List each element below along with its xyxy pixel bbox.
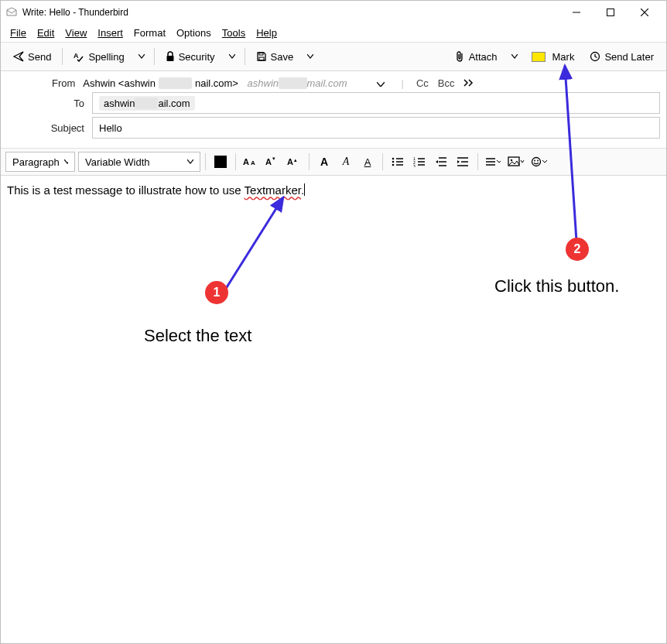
bcc-button[interactable]: Bcc [438, 77, 455, 89]
svg-text:A: A [243, 157, 249, 166]
from-label: From [7, 77, 83, 89]
cc-button[interactable]: Cc [416, 77, 429, 89]
menu-insert[interactable]: Insert [93, 26, 128, 40]
svg-text:A: A [265, 157, 272, 166]
send-later-button[interactable]: Send Later [583, 48, 660, 66]
highlight-swatch-icon [532, 52, 546, 62]
recipient-pill[interactable]: ashwinxxxxail.com [99, 96, 195, 111]
bold-button[interactable]: A [314, 152, 334, 171]
menu-format[interactable]: Format [129, 26, 170, 40]
text-cursor [304, 183, 305, 196]
menu-edit[interactable]: Edit [32, 26, 59, 40]
more-recipients-button[interactable] [463, 77, 476, 89]
save-dropdown[interactable] [303, 51, 318, 62]
svg-point-17 [392, 164, 395, 166]
bullet-list-button[interactable] [388, 152, 408, 171]
redacted: xxxxxx [159, 77, 192, 89]
separator [245, 48, 245, 65]
annotation-text-1: Select the text [144, 326, 251, 346]
menu-tools[interactable]: Tools [217, 26, 250, 40]
paragraph-style-select[interactable]: Paragraph [5, 152, 75, 172]
svg-text:▾: ▾ [272, 156, 275, 161]
menubar: File Edit View Insert Format Options Too… [1, 24, 666, 42]
separator [154, 48, 155, 65]
subject-label: Subject [7, 122, 92, 134]
svg-point-15 [392, 158, 395, 160]
save-button[interactable]: Save [250, 48, 300, 66]
svg-rect-1 [607, 9, 614, 16]
attach-button[interactable]: Attach [448, 47, 504, 66]
svg-text:▴: ▴ [294, 157, 297, 163]
from-dropdown[interactable] [377, 77, 385, 89]
insert-image-button[interactable] [506, 152, 526, 171]
svg-rect-6 [259, 53, 263, 55]
menu-options[interactable]: Options [172, 26, 216, 40]
to-field[interactable]: ashwinxxxxail.com [92, 92, 660, 114]
menu-file[interactable]: File [5, 26, 31, 40]
security-dropdown[interactable] [224, 51, 240, 62]
window-title: Write: Hello - Thunderbird [22, 7, 128, 18]
mark-button[interactable]: Mark [525, 48, 581, 66]
underline-button[interactable]: A [357, 152, 378, 171]
main-toolbar: Send A Spelling Security Save Attach Mar… [1, 42, 666, 71]
outdent-button[interactable] [431, 152, 451, 171]
svg-point-16 [392, 161, 395, 163]
minimize-button[interactable] [559, 2, 593, 23]
compose-headers: From Ashwin <ashwinxxxxxxnail.com> ashwi… [1, 71, 666, 149]
spelling-dropdown[interactable] [134, 51, 149, 62]
annotation-marker-1: 1 [205, 281, 228, 304]
to-label: To [7, 98, 92, 109]
separator [62, 48, 63, 65]
emoji-button[interactable] [529, 152, 549, 171]
menu-help[interactable]: Help [251, 26, 282, 40]
titlebar: Write: Hello - Thunderbird [1, 1, 666, 24]
svg-text:A: A [74, 52, 79, 60]
svg-rect-5 [166, 56, 173, 61]
indent-button[interactable] [453, 152, 473, 171]
font-size-increase-button[interactable]: A▴ [284, 152, 304, 171]
close-button[interactable] [628, 2, 662, 23]
attach-dropdown[interactable] [507, 51, 522, 62]
menu-view[interactable]: View [60, 26, 91, 40]
annotation-marker-2: 2 [566, 238, 589, 261]
align-button[interactable] [483, 152, 503, 171]
font-size-reset-button[interactable]: AA [241, 152, 261, 171]
format-toolbar: Paragraph Variable Width AA A▾ A▴ A A A … [1, 149, 666, 176]
svg-text:3: 3 [413, 164, 416, 167]
font-select[interactable]: Variable Width [78, 152, 200, 172]
redacted: xxxxx [279, 77, 307, 89]
from-field[interactable]: Ashwin <ashwinxxxxxxnail.com> ashwinxxxx… [83, 77, 660, 89]
font-size-decrease-button[interactable]: A▾ [262, 152, 282, 171]
svg-point-37 [511, 159, 512, 161]
maximize-button[interactable] [593, 2, 628, 23]
italic-button[interactable]: A [336, 152, 356, 171]
svg-point-39 [534, 160, 535, 162]
body-text: This is a test message to illustrate how… [7, 183, 305, 197]
security-button[interactable]: Security [159, 48, 221, 66]
annotation-text-2: Click this button. [494, 276, 619, 296]
subject-field[interactable]: Hello [92, 117, 660, 139]
send-button[interactable]: Send [7, 48, 57, 66]
svg-text:A: A [287, 157, 293, 166]
text-color-button[interactable] [210, 152, 231, 171]
svg-point-38 [532, 158, 541, 166]
message-body[interactable]: This is a test message to illustrate how… [1, 176, 666, 609]
svg-text:A: A [251, 159, 255, 166]
numbered-list-button[interactable]: 123 [409, 152, 429, 171]
spelling-button[interactable]: A Spelling [67, 48, 130, 66]
app-icon [5, 6, 18, 19]
svg-point-40 [537, 160, 539, 162]
